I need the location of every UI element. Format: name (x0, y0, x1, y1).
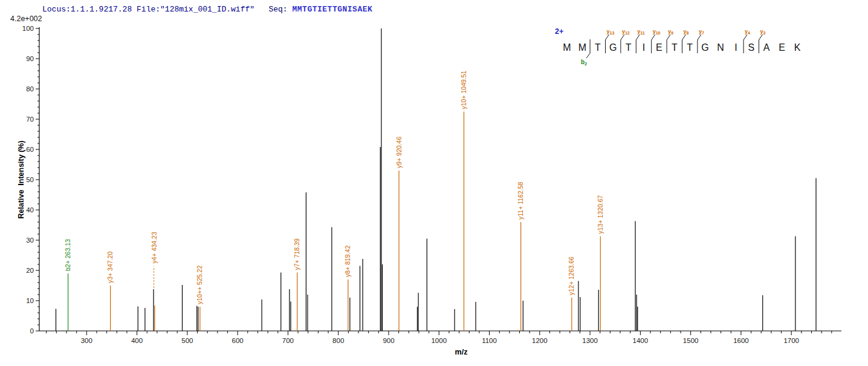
y-tick-label: 10 (26, 297, 34, 304)
peak-annotation-label: y4+ 434.23 (151, 232, 158, 263)
peak-annotation-label: y10++ 525.22 (196, 266, 203, 304)
y-fragment-marker-slash (759, 34, 763, 40)
y-tick-label: 0 (30, 327, 34, 335)
x-tick-label: 1100 (482, 337, 497, 344)
x-tick-label: 400 (131, 337, 143, 344)
y-tick-label: 100 (22, 25, 34, 32)
y-fragment-marker-slash (698, 34, 701, 40)
spectrum-plot: 0102030405060708090100300400500600700800… (0, 0, 868, 366)
y-fragment-label: y3 (760, 28, 766, 35)
y-tick-label: 60 (26, 146, 34, 153)
x-tick-label: 1300 (582, 337, 598, 344)
peptide-residue: E (779, 42, 785, 53)
y-tick-label: 30 (26, 237, 34, 244)
peptide-residue: G (701, 42, 708, 53)
y-fragment-marker-slash (652, 34, 655, 40)
peak-annotation-label: y10+ 1049.51 (460, 70, 467, 109)
x-tick-label: 1700 (783, 337, 799, 344)
peptide-residue: I (734, 42, 737, 53)
peptide-residue: S (748, 42, 754, 53)
peptide-residue: M (578, 42, 586, 53)
y-fragment-marker-slash (682, 34, 686, 40)
y-fragment-marker-slash (667, 34, 670, 40)
y-fragment-label: y10 (653, 28, 661, 35)
peak-annotation-label: y12+ 1263.66 (568, 257, 575, 295)
peptide-residue: T (595, 42, 601, 53)
peptide-residue: T (672, 42, 678, 53)
peptide-residue: A (763, 42, 770, 53)
y-fragment-label: y4 (745, 28, 750, 35)
y-fragment-marker-slash (743, 34, 747, 40)
x-tick-label: 500 (181, 337, 193, 344)
x-tick-label: 1200 (532, 337, 548, 344)
x-tick-label: 800 (332, 337, 344, 344)
b-fragment-marker-slash (586, 53, 590, 58)
peptide-residue: G (609, 42, 617, 53)
peptide-residue: K (794, 42, 801, 53)
x-tick-label: 1600 (733, 337, 749, 344)
y-tick-label: 80 (26, 85, 34, 93)
peptide-residue: I (643, 42, 645, 53)
y-fragment-label: y9 (668, 28, 673, 35)
peptide-residue: E (656, 42, 662, 53)
y-fragment-label: y11 (637, 28, 645, 35)
x-tick-label: 1000 (431, 337, 447, 344)
x-tick-label: 1500 (683, 337, 699, 344)
peak-annotation-label: b2+ 263.13 (64, 239, 71, 271)
y-fragment-label: y8 (684, 28, 689, 35)
x-tick-label: 300 (81, 337, 92, 344)
peptide-residue: T (687, 42, 693, 53)
y-tick-label: 70 (26, 116, 34, 123)
y-tick-label: 50 (26, 176, 34, 183)
y-tick-label: 90 (26, 55, 34, 62)
peptide-residue: N (717, 42, 724, 53)
y-tick-label: 40 (26, 206, 34, 214)
y-fragment-label: y13 (607, 28, 615, 35)
peptide-residue: T (626, 42, 632, 53)
peak-annotation-label: y3+ 347.20 (106, 252, 114, 283)
spectrum-viewer: Locus:1.1.1.9217.28 File:"128mix_001_ID.… (0, 0, 868, 366)
peak-annotation-label: y9+ 920.46 (395, 137, 403, 168)
y-fragment-marker-slash (606, 34, 609, 40)
peptide-residue: M (563, 42, 571, 53)
peak-annotation-label: y13+ 1320.67 (597, 195, 604, 234)
x-tick-label: 700 (282, 337, 294, 344)
peak-annotation-label: y11+ 1162.58 (517, 181, 524, 220)
b-fragment-label: b2 (581, 59, 587, 67)
x-tick-label: 900 (383, 337, 394, 344)
y-fragment-marker-slash (636, 34, 640, 40)
peak-annotation-label: y7+ 718.39 (293, 238, 300, 270)
x-tick-label: 1400 (633, 337, 649, 344)
x-tick-label: 600 (232, 337, 244, 344)
y-fragment-label: y7 (699, 28, 704, 35)
y-fragment-label: y12 (622, 28, 630, 35)
peak-annotation-label: y8+ 819.42 (344, 246, 351, 277)
y-fragment-marker-slash (621, 34, 624, 40)
y-tick-label: 20 (26, 267, 34, 274)
